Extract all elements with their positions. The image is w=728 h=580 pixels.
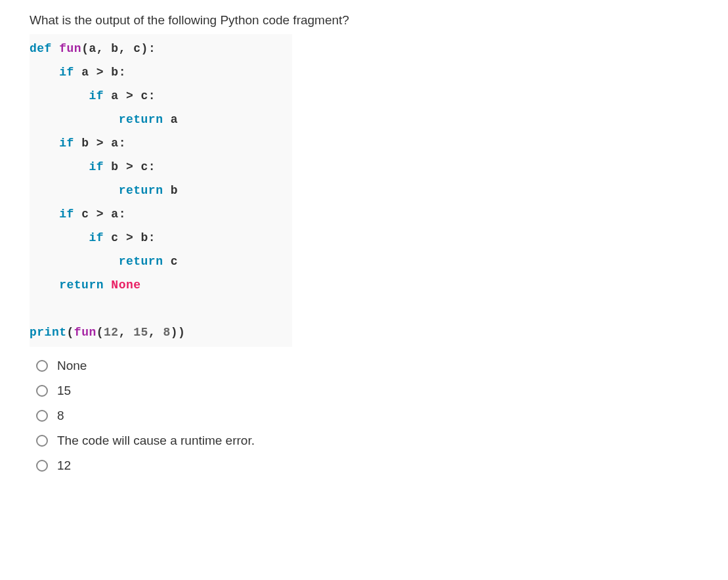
code-line-1: def fun(a, b, c): bbox=[30, 37, 292, 60]
question-text: What is the output of the following Pyth… bbox=[30, 13, 698, 28]
answer-label: 15 bbox=[57, 384, 71, 398]
code-line-11: return None bbox=[30, 273, 292, 297]
code-line-5: if b > a: bbox=[30, 131, 292, 155]
answer-label: 12 bbox=[57, 458, 71, 473]
answers-group: None 15 8 The code will cause a runtime … bbox=[30, 359, 698, 473]
code-line-2: if a > b: bbox=[30, 60, 292, 84]
code-blank-line bbox=[30, 297, 292, 321]
code-line-7: return b bbox=[30, 179, 292, 202]
answer-option-12[interactable]: 12 bbox=[36, 458, 698, 473]
code-line-6: if b > c: bbox=[30, 155, 292, 179]
answer-label: The code will cause a runtime error. bbox=[57, 434, 255, 448]
answer-option-none[interactable]: None bbox=[36, 359, 698, 373]
answer-label: None bbox=[57, 359, 87, 373]
code-line-12: print(fun(12, 15, 8)) bbox=[30, 321, 292, 344]
answer-option-8[interactable]: 8 bbox=[36, 409, 698, 423]
radio-icon bbox=[36, 385, 48, 397]
code-line-3: if a > c: bbox=[30, 84, 292, 108]
answer-label: 8 bbox=[57, 409, 64, 423]
radio-icon bbox=[36, 435, 48, 447]
radio-icon bbox=[36, 460, 48, 472]
code-line-9: if c > b: bbox=[30, 226, 292, 250]
code-block: def fun(a, b, c): if a > b: if a > c: re… bbox=[30, 34, 292, 347]
radio-icon bbox=[36, 360, 48, 372]
radio-icon bbox=[36, 410, 48, 422]
answer-option-error[interactable]: The code will cause a runtime error. bbox=[36, 434, 698, 448]
code-line-4: return a bbox=[30, 108, 292, 131]
answer-option-15[interactable]: 15 bbox=[36, 384, 698, 398]
code-line-8: if c > a: bbox=[30, 202, 292, 226]
code-line-10: return c bbox=[30, 250, 292, 273]
